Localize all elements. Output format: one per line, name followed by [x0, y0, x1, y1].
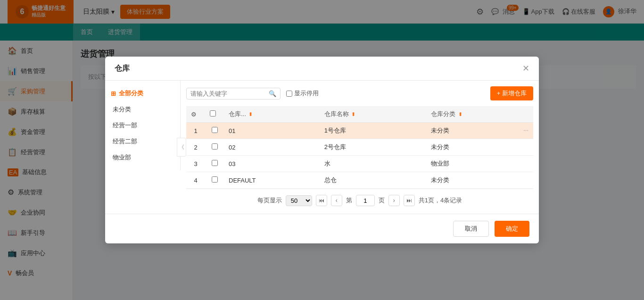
row-more-button[interactable]: ···: [523, 126, 528, 133]
category-item-ops2[interactable]: 经营二部: [105, 133, 180, 150]
table-row[interactable]: 1 01 1号仓库 未分类···: [186, 123, 533, 139]
sort-icon-category: ⬍: [458, 111, 462, 117]
category-item-unclassified[interactable]: 未分类: [105, 101, 180, 117]
row-num: 1: [186, 123, 205, 139]
table-toolbar: 🔍 显示停用 + 新增仓库: [186, 86, 533, 100]
row-checkbox[interactable]: [212, 160, 218, 166]
warehouse-table: ⚙ 仓库... ⬍ 仓库名称 ⬍: [186, 106, 533, 189]
category-item-property[interactable]: 物业部: [105, 150, 180, 166]
col-header-name[interactable]: 仓库名称 ⬍: [320, 106, 427, 123]
col-header-code-text: 仓库...: [229, 110, 246, 117]
table-panel: 🔍 显示停用 + 新增仓库 ⚙: [181, 81, 539, 214]
col-header-code[interactable]: 仓库... ⬍: [224, 106, 320, 123]
row-code: DEFAULT: [224, 172, 320, 189]
show-disabled-label[interactable]: 显示停用: [286, 89, 319, 98]
pagination: 每页显示 50 100 ⏮ ‹ 第 页 › ⏭ 共1页，4条记录: [186, 189, 533, 208]
row-category: 未分类···: [426, 123, 533, 139]
row-category: 未分类: [426, 172, 533, 189]
category-wrap: ⊞ 全部分类 未分类 经营一部 经营二部 物业部 《: [105, 81, 181, 214]
row-name: 1号仓库: [320, 123, 427, 139]
row-category: 未分类: [426, 139, 533, 156]
add-warehouse-button[interactable]: + 新增仓库: [490, 86, 533, 100]
next-page-button[interactable]: ›: [388, 195, 400, 206]
category-all[interactable]: ⊞ 全部分类: [105, 85, 180, 101]
grid-icon: ⊞: [111, 90, 116, 97]
page-number-input[interactable]: [356, 195, 375, 206]
row-code: 01: [224, 123, 320, 139]
modal-header: 仓库 ✕: [105, 57, 539, 81]
prev-page-button[interactable]: ‹: [331, 195, 342, 206]
col-header-settings[interactable]: ⚙: [186, 106, 205, 123]
row-checkbox[interactable]: [212, 176, 218, 183]
row-num: 2: [186, 139, 205, 156]
search-input[interactable]: [190, 90, 269, 97]
category-all-label: 全部分类: [119, 89, 143, 98]
total-label: 共1页，4条记录: [419, 196, 462, 205]
page-end-label: 页: [379, 196, 385, 205]
row-name: 水: [320, 156, 427, 172]
cancel-button[interactable]: 取消: [453, 221, 489, 237]
row-checkbox[interactable]: [212, 143, 218, 150]
modal-body: ⊞ 全部分类 未分类 经营一部 经营二部 物业部 《 🔍: [105, 81, 539, 214]
table-row[interactable]: 2 02 2号仓库 未分类: [186, 139, 533, 156]
row-code: 03: [224, 156, 320, 172]
col-header-checkbox[interactable]: [205, 106, 224, 123]
modal-title: 仓库: [115, 64, 130, 74]
sort-icon-name: ⬍: [351, 111, 355, 117]
first-page-button[interactable]: ⏮: [316, 195, 327, 206]
table-row[interactable]: 4 DEFAULT 总仓 未分类: [186, 172, 533, 189]
modal-close-button[interactable]: ✕: [522, 63, 529, 74]
category-item-ops1[interactable]: 经营一部: [105, 117, 180, 133]
warehouse-modal: 仓库 ✕ ⊞ 全部分类 未分类 经营一部 经营二部 物业部 《: [105, 57, 539, 243]
row-category: 物业部: [426, 156, 533, 172]
row-name: 总仓: [320, 172, 427, 189]
category-collapse-button[interactable]: 《: [177, 138, 186, 157]
row-num: 4: [186, 172, 205, 189]
show-disabled-checkbox[interactable]: [286, 91, 292, 97]
row-code: 02: [224, 139, 320, 156]
page-size-select[interactable]: 50 100: [286, 195, 312, 206]
modal-footer: 取消 确定: [105, 214, 539, 243]
table-row[interactable]: 3 03 水 物业部: [186, 156, 533, 172]
col-header-category-text: 仓库分类: [431, 110, 455, 117]
category-panel: ⊞ 全部分类 未分类 经营一部 经营二部 物业部: [105, 81, 181, 170]
col-header-name-text: 仓库名称: [324, 110, 349, 117]
show-disabled-text: 显示停用: [294, 89, 319, 98]
last-page-button[interactable]: ⏭: [404, 195, 415, 206]
row-checkbox[interactable]: [212, 127, 218, 133]
row-name: 2号仓库: [320, 139, 427, 156]
search-icon[interactable]: 🔍: [269, 90, 276, 97]
row-checkbox-cell[interactable]: [205, 139, 224, 156]
col-header-category[interactable]: 仓库分类 ⬍: [426, 106, 533, 123]
select-all-checkbox[interactable]: [210, 110, 216, 117]
confirm-button[interactable]: 确定: [495, 221, 529, 237]
row-checkbox-cell[interactable]: [205, 123, 224, 139]
row-num: 3: [186, 156, 205, 172]
row-checkbox-cell[interactable]: [205, 156, 224, 172]
page-label: 第: [346, 196, 352, 205]
sort-icon-code: ⬍: [248, 111, 253, 117]
modal-overlay: 仓库 ✕ ⊞ 全部分类 未分类 经营一部 经营二部 物业部 《: [0, 0, 644, 300]
row-checkbox-cell[interactable]: [205, 172, 224, 189]
page-size-label: 每页显示: [257, 196, 282, 205]
search-box: 🔍: [186, 88, 281, 100]
